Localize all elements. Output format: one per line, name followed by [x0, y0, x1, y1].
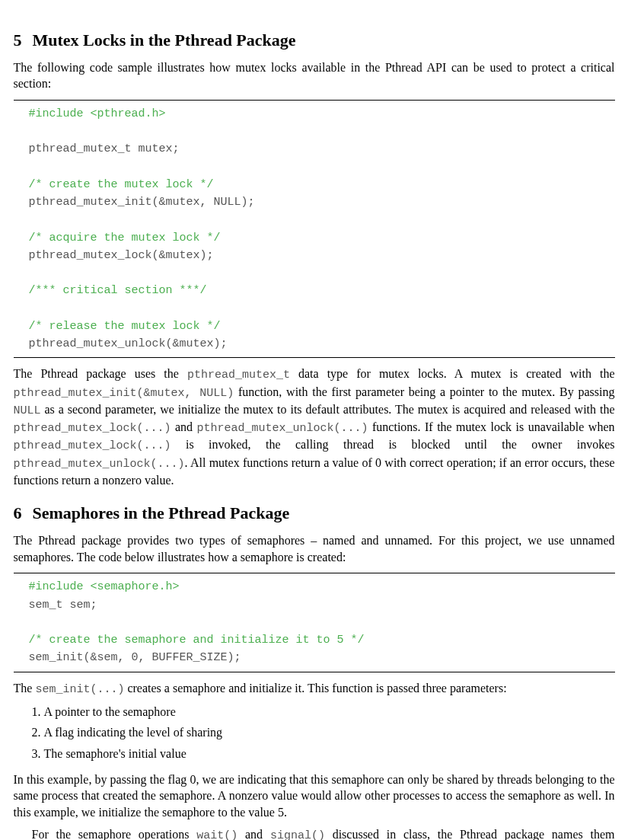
inline-code: NULL [14, 404, 41, 417]
section-5-number: 5 [14, 29, 22, 52]
text: The [14, 682, 36, 695]
text: For the semaphore operations [32, 828, 197, 840]
inline-code: pthread_mutex_t [187, 369, 290, 382]
code-line: /* create the semaphore and initialize i… [29, 634, 365, 647]
code-line: /* create the mutex lock */ [29, 178, 214, 191]
code-line: /* acquire the mutex lock */ [29, 232, 221, 244]
inline-code: sem_init(...) [35, 683, 124, 696]
code-line: pthread_mutex_unlock(&mutex); [29, 337, 228, 350]
inline-code: pthread_mutex_unlock(...) [14, 458, 185, 471]
text: data type for mutex locks. A mutex is cr… [290, 367, 615, 380]
code-line: pthread_mutex_init(&mutex, NULL); [29, 196, 255, 209]
text: and [171, 420, 197, 433]
section-6-after-code: The sem_init(...) creates a semaphore an… [14, 680, 615, 698]
inline-code: pthread_mutex_lock(...) [14, 422, 171, 435]
text: as a second parameter, we initialize the… [41, 403, 615, 416]
section-6-intro: The Pthread package provides two types o… [14, 532, 615, 565]
param-item: The semaphore's initial value [44, 746, 615, 762]
section-6-para3: For the semaphore operations wait() and … [14, 826, 615, 840]
code-line: sem_t sem; [29, 599, 97, 612]
text: function, with the first parameter being… [234, 385, 614, 398]
section-5-title: Mutex Locks in the Pthread Package [33, 30, 296, 50]
inline-code: signal() [270, 829, 325, 840]
inline-code: pthread_mutex_unlock(...) [197, 422, 368, 435]
code-block-semaphore: #include <semaphore.h> sem_t sem; /* cre… [14, 573, 615, 672]
section-5-para: The Pthread package uses the pthread_mut… [14, 366, 615, 488]
text: The Pthread package uses the [14, 367, 187, 380]
text: functions. If the mutex lock is unavaila… [368, 420, 615, 433]
section-6-number: 6 [14, 502, 22, 525]
section-6-title: Semaphores in the Pthread Package [33, 503, 290, 522]
text: discussed in class, the Pthread package … [325, 828, 615, 840]
inline-code: pthread_mutex_lock(...) [14, 439, 171, 452]
param-item: A pointer to the semaphore [44, 704, 615, 720]
code-line: /*** critical section ***/ [29, 284, 207, 297]
text: is invoked, the calling thread is blocke… [171, 438, 615, 451]
code-line: pthread_mutex_lock(&mutex); [29, 249, 214, 262]
inline-code: pthread_mutex_init(&mutex, NULL) [14, 387, 234, 400]
section-5-heading: 5Mutex Locks in the Pthread Package [14, 29, 615, 52]
params-list: A pointer to the semaphore A flag indica… [14, 704, 615, 762]
section-6-para2: In this example, by passing the flag 0, … [14, 771, 615, 821]
code-line: pthread_mutex_t mutex; [29, 142, 180, 155]
code-line: /* release the mutex lock */ [29, 320, 221, 333]
code-block-mutex: #include <pthread.h> pthread_mutex_t mut… [14, 100, 615, 359]
text: and [237, 828, 270, 840]
code-line: #include <pthread.h> [29, 107, 166, 120]
text: creates a semaphore and initialize it. T… [124, 682, 506, 695]
inline-code: wait() [196, 829, 237, 840]
code-line: sem_init(&sem, 0, BUFFER_SIZE); [29, 651, 241, 664]
section-5-intro: The following code sample illustrates ho… [14, 59, 615, 92]
param-item: A flag indicating the level of sharing [44, 724, 615, 741]
section-6-heading: 6Semaphores in the Pthread Package [14, 502, 615, 525]
code-line: #include <semaphore.h> [29, 580, 180, 593]
